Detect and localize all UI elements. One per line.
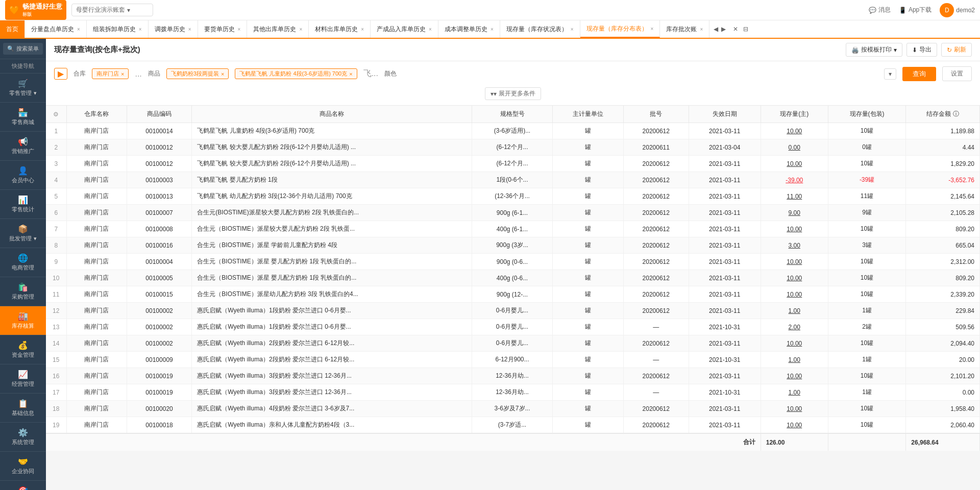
cell-qty-main[interactable]: 10.00 [761,286,828,303]
sidebar-item-purchase[interactable]: 🛍️ 采购管理 [0,277,46,306]
qty-main-value[interactable]: 10.00 [787,275,802,282]
tab-2-close[interactable]: × [139,27,142,32]
sidebar-item-enterprise[interactable]: 🤝 企业协同 [0,452,46,481]
qty-main-value[interactable]: 10.00 [787,226,802,233]
qty-main-value[interactable]: 10.00 [787,160,802,167]
qty-main-value[interactable]: -39.00 [786,177,803,184]
search-menu-input[interactable]: 🔍 搜索菜单 [3,43,43,55]
cell-qty-main[interactable]: 11.00 [761,188,828,205]
sidebar-item-retail-shop[interactable]: 🏪 零售商城 [0,103,46,132]
tab-7-close[interactable]: × [429,27,432,32]
tab-4-close[interactable]: × [238,27,241,32]
filter-toggle-btn[interactable]: ▶ [54,68,67,80]
tab-next-arrow[interactable]: ▶ [720,24,727,34]
cell-qty-main[interactable]: 10.00 [761,270,828,286]
product-tag-2-remove[interactable]: × [349,71,352,77]
sidebar-item-system[interactable]: ⚙️ 系统管理 [0,423,46,452]
cell-qty-main[interactable]: 10.00 [761,368,828,384]
cell-qty-main[interactable]: 2.00 [761,319,828,335]
qty-main-value[interactable]: 11.00 [787,193,802,200]
warehouse-filter-more[interactable]: ... [135,69,141,79]
refresh-button[interactable]: ↻ 刷新 [941,43,972,57]
sidebar-item-wholesale[interactable]: 📦 批发管理 ▾ [0,219,46,248]
cell-qty-main[interactable]: 10.00 [761,156,828,172]
qty-main-value[interactable]: 10.00 [787,258,802,265]
sidebar-item-ecommerce[interactable]: 🌐 电商管理 [0,248,46,277]
qty-main-value[interactable]: 10.00 [787,291,802,298]
color-filter-arrow[interactable]: ▾ [884,68,896,80]
warehouse-tag-remove[interactable]: × [121,71,124,77]
tab-8[interactable]: 成本调整单历史 × [438,20,500,38]
tab-1[interactable]: 分量盘点单历史 × [25,20,87,38]
qty-main-value[interactable]: 10.00 [787,340,802,347]
sidebar-item-basic-info[interactable]: 📋 基础信息 [0,394,46,423]
tab-11[interactable]: 库存批次账 × [660,20,709,38]
search-button[interactable]: 查询 [902,67,936,81]
qty-main-value[interactable]: 10.00 [787,405,802,412]
sidebar-item-guide[interactable]: 🎯 新手引导 [0,481,46,490]
cell-qty-main[interactable]: -39.00 [761,172,828,188]
industry-select[interactable]: 母婴行业演示账套 ▾ [71,4,153,16]
tab-9[interactable]: 现存量（库存状况表） × [500,20,580,38]
tab-8-close[interactable]: × [491,27,494,32]
qty-main-value[interactable]: 9.00 [789,209,800,216]
cell-qty-main[interactable]: 10.00 [761,221,828,237]
tab-prev-arrow[interactable]: ◀ [713,24,719,34]
qty-main-value[interactable]: 3.00 [789,242,800,249]
tab-6[interactable]: 材料出库单历史 × [309,20,371,38]
message-btn[interactable]: 💬 消息 [869,6,891,14]
qty-main-value[interactable]: 1.00 [789,356,800,363]
print-button[interactable]: 🖨️ 按模板打印 ▾ [846,43,902,57]
tab-4[interactable]: 要货单历史 × [198,20,248,38]
cell-qty-main[interactable]: 1.00 [761,384,828,401]
settings-button[interactable]: 设置 [942,66,972,81]
tab-10-close[interactable]: × [651,26,654,32]
tab-1-close[interactable]: × [77,27,80,32]
cell-qty-main[interactable]: 3.00 [761,237,828,254]
sidebar-item-finance[interactable]: 💰 资金管理 [0,335,46,364]
cell-qty-main[interactable]: 10.00 [761,123,828,139]
qty-main-value[interactable]: 0.00 [789,144,800,151]
product-filter-more[interactable]: 飞... [363,68,378,79]
tab-menu-btn[interactable]: ⊟ [741,26,750,33]
app-download-btn[interactable]: 📱 App下载 [899,6,932,14]
sidebar-item-retail-stats[interactable]: 📊 零售统计 [0,190,46,219]
user-area[interactable]: D demo2 [940,3,975,17]
qty-main-value[interactable]: 10.00 [787,373,802,380]
tab-3[interactable]: 调拨单历史 × [149,20,198,38]
cell-qty-main[interactable]: 10.00 [761,254,828,270]
sidebar-item-inventory[interactable]: 🏭 库存核算 [0,306,46,335]
qty-main-value[interactable]: 10.00 [787,128,802,135]
cell-qty-main[interactable]: 10.00 [761,417,828,434]
qty-main-value[interactable]: 1.00 [789,389,800,396]
sidebar-item-retail-mgmt[interactable]: 🛒 零售管理 ▾ [0,74,46,103]
tab-11-close[interactable]: × [700,27,703,32]
sidebar-item-marketing[interactable]: 📢 营销推广 [0,132,46,161]
tab-5-close[interactable]: × [299,27,302,32]
tab-2[interactable]: 组装拆卸单历史 × [87,20,149,38]
cell-qty-main[interactable]: 10.00 [761,401,828,417]
close-all-tabs[interactable]: ✕ [730,26,741,33]
col-settings[interactable]: ⚙ [46,106,66,123]
tab-3-close[interactable]: × [188,27,191,32]
qty-main-value[interactable]: 10.00 [787,422,802,429]
expand-conditions-btn[interactable]: ▾▾ 展开更多条件 [485,87,541,100]
product-tag-1-remove[interactable]: × [221,71,224,77]
qty-main-value[interactable]: 1.00 [789,307,800,314]
tab-home[interactable]: 首页 [0,20,25,38]
tab-6-close[interactable]: × [361,27,364,32]
cell-qty-main[interactable]: 10.00 [761,335,828,352]
cell-qty-main[interactable]: 0.00 [761,139,828,156]
cell-qty-main[interactable]: 1.00 [761,303,828,319]
sidebar-item-member[interactable]: 👤 会员中心 [0,161,46,190]
tab-9-close[interactable]: × [571,27,574,32]
tab-7[interactable]: 产成品入库单历史 × [371,20,438,38]
settings-gear-icon[interactable]: ⚙ [53,111,59,118]
qty-main-value[interactable]: 2.00 [789,324,800,331]
sidebar-item-operation[interactable]: 📈 经营管理 [0,364,46,394]
export-button[interactable]: ⬇ 导出 [906,43,937,57]
cell-qty-main[interactable]: 1.00 [761,352,828,368]
cell-qty-main[interactable]: 9.00 [761,205,828,221]
tab-5[interactable]: 其他出库单历史 × [247,20,309,38]
tab-10[interactable]: 现存量（库存分布表） × [580,20,660,38]
